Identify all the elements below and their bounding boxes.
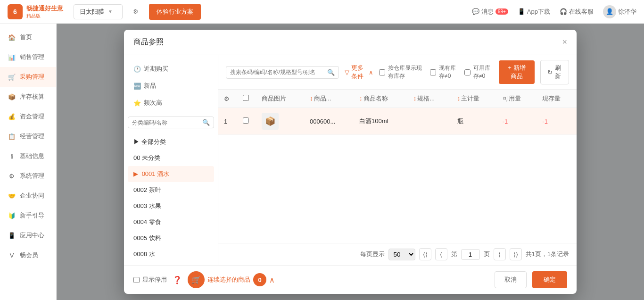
manage-icon: 📋	[8, 132, 16, 141]
category-item-0004[interactable]: 0004 零食	[128, 214, 214, 230]
experience-button[interactable]: 体验行业方案	[149, 4, 201, 20]
display-disabled-wrap[interactable]: 显示停用	[133, 275, 167, 284]
modal-header: 商品参照 ×	[124, 30, 577, 55]
category-search-icon: 🔍	[202, 119, 210, 126]
more-conditions-btn[interactable]: ▽ 更多条件 ∧	[345, 64, 373, 81]
logo-icon: 6	[8, 4, 23, 19]
recent-buy-item[interactable]: 🕐 近期购买	[128, 61, 214, 77]
sidebar-item-inventory[interactable]: 📦 库存核算	[0, 87, 56, 107]
check2-wrap[interactable]: 现有库存≠0	[430, 64, 459, 80]
filter-icon: ▽	[345, 69, 349, 76]
sidebar-item-manage[interactable]: 📋 经营管理	[0, 126, 56, 146]
check1-wrap[interactable]: 按仓库显示现有库存	[379, 64, 424, 80]
category-item-0002[interactable]: 0002 茶叶	[128, 182, 214, 198]
messages-item[interactable]: 💬 消息 99+	[472, 8, 508, 16]
content-area: 商品参照 × 🕐 近期购买 🆕	[57, 24, 644, 300]
col-code-icon: ↕	[310, 95, 313, 102]
page-suffix: 页	[484, 250, 490, 258]
category-item-00[interactable]: 00 未分类	[128, 150, 214, 166]
main-layout: 🏠 首页 📊 销售管理 🛒 采购管理 📦 库存核算 💰 资金管理 📋 经营管理 …	[0, 24, 644, 300]
filter-bar: 🔍 ▽ 更多条件 ∧ 按仓库显示现有库存	[218, 55, 577, 90]
sidebar-label-purchase: 采购管理	[20, 73, 44, 81]
all-categories-item[interactable]: ▶ 全部分类	[128, 134, 214, 150]
col-stock: 现存量	[537, 90, 577, 108]
category-item-0005[interactable]: 0005 饮料	[128, 230, 214, 246]
pagination-bar: 每页显示 50 100 200 ⟨⟨ ⟨ 第 页 ⟩	[218, 243, 577, 265]
collapse-icon: ∧	[369, 69, 373, 76]
cart-area[interactable]: 🛒 连续选择的商品 0 ∧	[188, 271, 275, 288]
new-products-item[interactable]: 🆕 新品	[128, 78, 214, 94]
help-icon[interactable]: ❓	[173, 275, 182, 284]
modal-title: 商品参照	[133, 37, 164, 47]
nav-selector-arrow: ▼	[108, 9, 113, 14]
sidebar-item-apps[interactable]: 📱 应用中心	[0, 225, 56, 245]
sidebar-item-collab[interactable]: 🤝 企业协同	[0, 186, 56, 206]
category-item-0001[interactable]: ▶ 0001 酒水	[128, 166, 214, 182]
page-size-select[interactable]: 50 100 200	[388, 249, 415, 260]
category-0008-label: 0008 水	[133, 250, 155, 258]
category-item-0008[interactable]: 0008 水	[128, 246, 214, 259]
category-search-input[interactable]	[132, 119, 199, 126]
display-disabled-checkbox[interactable]	[133, 277, 140, 283]
col-unit[interactable]: ↕主计量	[452, 90, 497, 108]
sidebar-item-system[interactable]: ⚙ 系统管理	[0, 166, 56, 186]
refresh-icon: ↻	[547, 69, 553, 76]
sidebar-item-vip[interactable]: V 畅会员	[0, 245, 56, 265]
check2-input[interactable]	[430, 69, 436, 75]
category-item-0003[interactable]: 0003 水果	[128, 198, 214, 214]
col-code[interactable]: ↕商品...	[304, 90, 354, 108]
modal-body: 🕐 近期购买 🆕 新品 ⭐ 频次高	[124, 55, 577, 265]
col-checkbox[interactable]	[237, 90, 256, 108]
sidebar-item-finance[interactable]: 💰 资金管理	[0, 107, 56, 126]
check1-label: 按仓库显示现有库存	[388, 64, 424, 80]
category-0004-label: 0004 零食	[133, 218, 161, 225]
app-download-label: App下载	[527, 8, 550, 16]
last-page-btn[interactable]: ⟩⟩	[510, 248, 522, 260]
headset-icon: 🎧	[560, 8, 567, 15]
check3-wrap[interactable]: 可用库存≠0	[464, 64, 493, 80]
confirm-button[interactable]: 确定	[532, 271, 567, 288]
recent-buy-label: 近期购买	[144, 65, 168, 73]
sidebar-item-purchase[interactable]: 🛒 采购管理	[0, 67, 56, 87]
user-item[interactable]: 👤 徐泽华	[603, 5, 636, 18]
next-page-btn[interactable]: ⟩	[494, 248, 506, 260]
sidebar-item-guide[interactable]: 🔰 新手引导	[0, 206, 56, 225]
app-download-item[interactable]: 📱 App下载	[518, 8, 550, 16]
col-name-icon: ↕	[359, 95, 363, 102]
cart-icon: 🛒	[188, 271, 205, 288]
collapse-cart-button[interactable]: ∧	[269, 275, 275, 284]
display-disabled-label: 显示停用	[142, 275, 167, 284]
check1-input[interactable]	[379, 69, 385, 75]
sidebar-item-sales[interactable]: 📊 销售管理	[0, 47, 56, 67]
refresh-button[interactable]: ↻ 刷新	[540, 60, 569, 84]
online-service-item[interactable]: 🎧 在线客服	[560, 8, 594, 16]
refresh-label: 刷新	[554, 64, 562, 81]
nav-selector[interactable]: 日太阳膜 ▼	[74, 4, 123, 19]
prev-page-btn[interactable]: ⟨	[435, 248, 447, 260]
sidebar-item-info[interactable]: ℹ 基础信息	[0, 146, 56, 166]
check3-input[interactable]	[464, 69, 471, 75]
sales-icon: 📊	[8, 53, 16, 61]
add-product-button[interactable]: + 新增商品	[499, 60, 535, 84]
product-search-input[interactable]	[230, 69, 324, 75]
page-number-input[interactable]	[461, 249, 480, 260]
col-spec[interactable]: ↕规格...	[408, 90, 452, 108]
cancel-button[interactable]: 取消	[495, 271, 527, 288]
footer-left: 显示停用	[133, 275, 167, 284]
sidebar-item-home[interactable]: 🏠 首页	[0, 27, 56, 47]
modal-footer: 显示停用 ❓ 🛒 连续选择的商品 0 ∧ 取消 确定	[124, 265, 577, 294]
recent-buy-icon: 🕐	[133, 66, 141, 73]
col-settings[interactable]: ⚙	[218, 90, 237, 108]
category-0001-label: 0001 酒水	[142, 170, 170, 177]
product-search-icon[interactable]: 🔍	[327, 69, 335, 76]
row-checkbox[interactable]	[237, 108, 256, 135]
username: 徐泽华	[618, 8, 636, 16]
modal-close-button[interactable]: ×	[562, 37, 567, 47]
star-icon: ⭐	[133, 100, 141, 107]
freq-high-item[interactable]: ⭐ 频次高	[128, 95, 214, 111]
first-page-btn[interactable]: ⟨⟨	[419, 248, 431, 260]
table-row[interactable]: 1 📦 000600... 白酒100ml 瓶	[218, 108, 577, 135]
gear-button[interactable]: ⚙	[128, 4, 143, 19]
sidebar-label-manage: 经营管理	[20, 132, 44, 141]
col-name[interactable]: ↕商品名称	[354, 90, 408, 108]
